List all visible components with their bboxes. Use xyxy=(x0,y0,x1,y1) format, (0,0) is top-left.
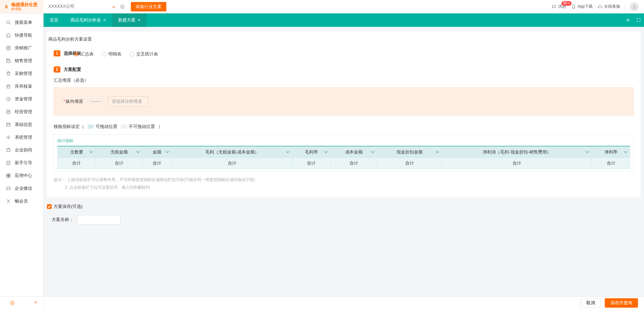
plan-name-input[interactable] xyxy=(77,215,120,224)
indicator-sum-3: 合计 xyxy=(172,158,292,169)
sidebar-icon xyxy=(5,173,11,179)
indicator-sum-8: 合计 xyxy=(592,158,630,169)
sidebar-footer xyxy=(0,296,43,309)
app-download-link[interactable]: App下载 xyxy=(571,4,593,9)
company-select[interactable]: XXXXXX公司 xyxy=(48,2,115,11)
sidebar-item-1[interactable]: 快捷导航 xyxy=(0,29,43,42)
svg-rect-22 xyxy=(9,176,10,178)
indicator-sum-5: 合计 xyxy=(330,158,377,169)
settings-button[interactable] xyxy=(118,2,127,11)
sidebar-item-label: 系统管理 xyxy=(15,134,32,140)
radio-icon xyxy=(74,52,78,56)
sidebar-item-9[interactable]: 系统管理 xyxy=(0,131,43,144)
sidebar-item-label: 畅会员 xyxy=(15,198,28,204)
sidebar-item-4[interactable]: 采购管理 xyxy=(0,67,43,80)
sidebar-icon xyxy=(5,134,11,140)
industry-plan-button[interactable]: 体验行业方案 xyxy=(131,2,166,11)
chevron-down-icon xyxy=(136,150,140,155)
sidebar-item-2[interactable]: 营销推广 xyxy=(0,42,43,54)
sidebar-icon xyxy=(5,32,11,38)
sidebar-item-14[interactable]: 畅会员 xyxy=(0,195,43,208)
close-icon[interactable]: ✕ xyxy=(103,18,106,23)
indicator-col-3[interactable]: 毛利（无税金额-成本金额） xyxy=(172,147,292,158)
sidebar-item-label: 快捷导航 xyxy=(15,32,32,38)
sidebar-settings-button[interactable] xyxy=(8,299,17,307)
hints: 提示：1.拖动标题栏可以调整布局，不可跨维度或指标区域拖动栏目字段(只能在同一维… xyxy=(54,176,634,191)
step2-badge: 2 xyxy=(54,67,60,73)
indicator-col-2[interactable]: 金额 xyxy=(143,147,172,158)
sidebar-item-label: 营销推广 xyxy=(15,45,32,51)
template-radio-0[interactable]: 汇总表 xyxy=(74,51,94,57)
sidebar-item-12[interactable]: 应用中心 xyxy=(0,169,43,182)
sidebar-icon xyxy=(5,160,11,166)
indicator-sum-2: 合计 xyxy=(143,158,172,169)
chevron-down-icon xyxy=(286,150,289,155)
tab-1[interactable]: 商品毛利分析表✕ xyxy=(64,13,112,27)
sidebar-icon xyxy=(5,45,11,51)
gear-icon xyxy=(10,300,15,306)
sidebar-icon xyxy=(5,71,11,77)
indicator-sum-0: 合计 xyxy=(58,158,96,169)
indicator-table-wrap: 统计指标 主数量无税金额金额毛利（无税金额-成本金额）毛利率成本金额现金折扣金额… xyxy=(54,134,634,171)
indicator-col-5[interactable]: 成本金额 xyxy=(330,147,377,158)
save-query-button[interactable]: 保存并查询 xyxy=(605,298,638,308)
top-bar: 6 畅捷通好生意 标准版 XXXXXX公司 体验行业方案 消息 99 + App… xyxy=(0,0,644,13)
main: 首页商品毛利分析表✕新建方案✕ 商品毛利分析方案设置 1 选择模板 汇总表明细表… xyxy=(44,13,644,296)
swatch-draggable-icon xyxy=(88,125,94,129)
svg-rect-3 xyxy=(598,7,599,8)
sidebar-icon xyxy=(5,147,11,153)
sidebar-list: 搜索菜单快捷导航营销推广销售管理采购管理库存核算资金管理经营管理基础信息系统管理… xyxy=(0,13,43,296)
fullscreen-button[interactable] xyxy=(633,13,644,27)
indicator-col-6[interactable]: 现金折扣金额 xyxy=(377,147,442,158)
avatar[interactable] xyxy=(630,2,639,11)
indicator-col-0[interactable]: 主数量 xyxy=(58,147,96,158)
indicator-col-1[interactable]: 无税金额 xyxy=(96,147,143,158)
sidebar-item-11[interactable]: 新手引导 xyxy=(0,157,43,169)
indicator-sum-4: 合计 xyxy=(292,158,331,169)
sidebar-item-10[interactable]: 企业协同 xyxy=(0,144,43,157)
brand-title: 畅捷通好生意 xyxy=(11,2,38,7)
check-icon xyxy=(48,205,51,208)
svg-point-0 xyxy=(122,6,123,7)
svg-point-16 xyxy=(8,137,9,138)
close-icon[interactable]: ✕ xyxy=(138,18,141,23)
dimension-heading: 汇总维度（必选） xyxy=(54,77,634,83)
cancel-button[interactable]: 取消 xyxy=(581,298,601,308)
messages-link[interactable]: 消息 99 + xyxy=(551,4,566,9)
radio-icon xyxy=(129,52,134,56)
chevron-down-icon xyxy=(586,150,589,155)
sidebar-item-8[interactable]: 基础信息 xyxy=(0,118,43,131)
indicator-col-7[interactable]: 净利润（毛利-现金折扣-销售费用） xyxy=(442,147,592,158)
sidebar-item-6[interactable]: 资金管理 xyxy=(0,93,43,105)
indicator-col-4[interactable]: 毛利率 xyxy=(292,147,331,158)
svg-rect-4 xyxy=(601,7,602,8)
tab-close-all-button[interactable] xyxy=(623,13,633,27)
save-plan-checkbox[interactable]: 方案保存(可选) xyxy=(47,204,83,210)
top-right: 消息 99 + App下载 在线客服 xyxy=(551,0,644,13)
template-radio-1[interactable]: 明细表 xyxy=(102,51,121,57)
sidebar-item-label: 库存核算 xyxy=(15,83,32,89)
svg-rect-18 xyxy=(7,161,10,165)
sidebar-item-7[interactable]: 经营管理 xyxy=(0,105,43,118)
content: 商品毛利分析方案设置 1 选择模板 汇总表明细表交叉统计表 2 方案配置 汇总维… xyxy=(44,27,644,296)
template-radio-2[interactable]: 交叉统计表 xyxy=(129,51,158,57)
sidebar-item-0[interactable]: 搜索菜单 xyxy=(0,16,43,29)
sidebar-item-13[interactable]: 企业微信 xyxy=(0,182,43,195)
company-name: XXXXXX公司 xyxy=(48,3,74,9)
sidebar-item-3[interactable]: 销售管理 xyxy=(0,54,43,67)
indicator-col-8[interactable]: 净利率 xyxy=(592,147,630,158)
dimension-select[interactable]: 请选择分组维度 xyxy=(108,96,148,106)
collapse-icon xyxy=(33,300,38,305)
sidebar-icon xyxy=(5,198,11,204)
tab-0[interactable]: 首页 xyxy=(44,13,64,27)
tab-2[interactable]: 新建方案✕ xyxy=(112,13,147,27)
sidebar-item-5[interactable]: 库存核算 xyxy=(0,80,43,93)
dimension-line xyxy=(91,101,101,102)
sidebar-item-label: 基础信息 xyxy=(15,122,32,128)
online-service-link[interactable]: 在线客服 xyxy=(597,4,620,9)
indicator-table-scroll[interactable]: 主数量无税金额金额毛利（无税金额-成本金额）毛利率成本金额现金折扣金额净利润（毛… xyxy=(57,146,630,169)
sidebar-icon xyxy=(5,96,11,102)
indicator-table: 主数量无税金额金额毛利（无税金额-成本金额）毛利率成本金额现金折扣金额净利润（毛… xyxy=(57,146,630,169)
sidebar-collapse-button[interactable] xyxy=(33,300,38,306)
radio-icon xyxy=(102,52,106,56)
